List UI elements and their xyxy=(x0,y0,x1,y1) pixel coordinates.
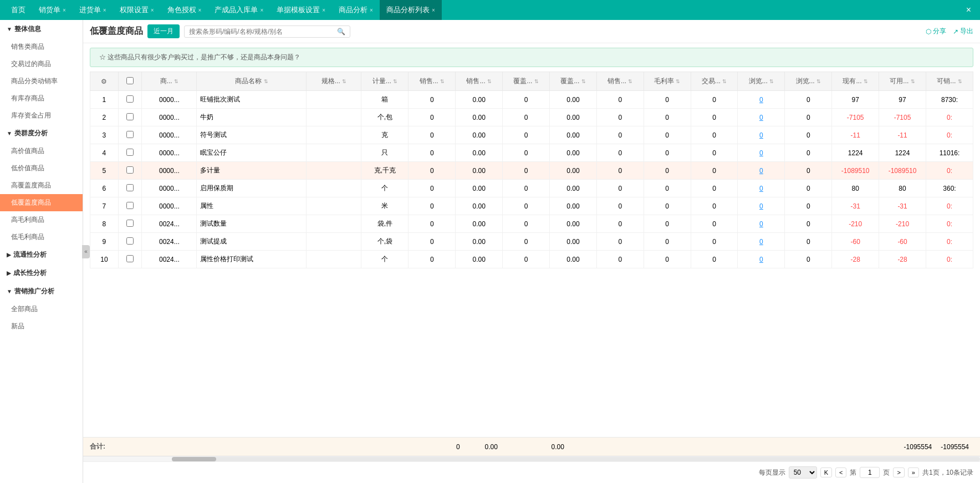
th-check[interactable] xyxy=(118,72,141,91)
nav-role[interactable]: 角色授权 × xyxy=(161,0,208,20)
table-cell xyxy=(307,109,361,126)
sidebar-section-growth[interactable]: ▶ 成长性分析 xyxy=(0,264,83,282)
select-all-checkbox[interactable] xyxy=(126,77,134,84)
table-container[interactable]: ⚙ 商... ⇅ 商品名称 ⇅ 规格... ⇅ 计量... ⇅ 销售... ⇅ … xyxy=(83,72,980,437)
row-checkbox[interactable] xyxy=(126,95,134,103)
sidebar-item-category-rate[interactable]: 商品分类动销率 xyxy=(0,73,83,90)
row-checkbox[interactable] xyxy=(126,166,134,174)
browse-link[interactable]: 0 xyxy=(759,167,763,175)
browse-link[interactable]: 0 xyxy=(759,185,763,192)
th-name[interactable]: 商品名称 ⇅ xyxy=(197,72,307,91)
nav-close-goods-analysis-list[interactable]: × xyxy=(432,7,435,13)
nav-close-product-entry[interactable]: × xyxy=(260,7,263,13)
row-checkbox[interactable] xyxy=(126,184,134,191)
th-browse1[interactable]: 浏览... ⇅ xyxy=(738,72,785,91)
sidebar-item-low-value[interactable]: 低价值商品 xyxy=(0,160,83,177)
th-available[interactable]: 可用... ⇅ xyxy=(879,72,926,91)
sidebar-item-all-goods[interactable]: 全部商品 xyxy=(0,301,83,318)
row-checkbox[interactable] xyxy=(126,149,134,156)
th-sales3[interactable]: 销售... ⇅ xyxy=(596,72,644,91)
sidebar-section-overall[interactable]: ▼ 整体信息 xyxy=(0,20,83,38)
share-btn[interactable]: ⬡ 分享 xyxy=(926,27,946,36)
table-cell: 0 xyxy=(596,180,644,197)
sidebar-item-new-goods[interactable]: 新品 xyxy=(0,318,83,335)
nav-goods-analysis[interactable]: 商品分析 × xyxy=(332,0,380,20)
row-checkbox[interactable] xyxy=(126,131,134,138)
nav-close-template[interactable]: × xyxy=(322,7,325,13)
search-input[interactable] xyxy=(189,28,335,35)
browse-link[interactable]: 0 xyxy=(759,131,763,139)
nav-close-permission[interactable]: × xyxy=(151,7,154,13)
browse-link[interactable]: 0 xyxy=(759,238,763,246)
th-margin[interactable]: 毛利率 ⇅ xyxy=(644,72,691,91)
th-code[interactable]: 商... ⇅ xyxy=(142,72,197,91)
browse-link[interactable]: 0 xyxy=(759,149,763,157)
page-size-select[interactable]: 50 100 200 xyxy=(789,466,817,479)
nav-close-purchase[interactable]: × xyxy=(103,7,106,13)
th-trade[interactable]: 交易... ⇅ xyxy=(691,72,738,91)
sidebar-item-high-coverage[interactable]: 高覆盖度商品 xyxy=(0,177,83,194)
table-cell xyxy=(307,215,361,233)
page-label: 第 xyxy=(850,468,856,477)
nav-close-goods-analysis[interactable]: × xyxy=(370,7,373,13)
table-cell xyxy=(118,109,141,126)
nav-home[interactable]: 首页 xyxy=(4,0,32,20)
table-cell: 0 xyxy=(738,162,785,180)
sidebar-item-in-stock[interactable]: 有库存商品 xyxy=(0,90,83,107)
export-btn[interactable]: ↗ 导出 xyxy=(953,27,973,36)
sidebar-section-coverage[interactable]: ▼ 类群度分析 xyxy=(0,124,83,143)
nav-close-role[interactable]: × xyxy=(198,7,202,13)
sidebar-section-liquidity[interactable]: ▶ 流通性分析 xyxy=(0,246,83,264)
sidebar-item-sales-goods[interactable]: 销售类商品 xyxy=(0,38,83,55)
th-cover1[interactable]: 覆盖... ⇅ xyxy=(503,72,550,91)
browse-link[interactable]: 0 xyxy=(759,256,763,263)
table-cell: 0 xyxy=(596,109,644,126)
nav-product-entry[interactable]: 产成品入库单 × xyxy=(208,0,270,20)
row-checkbox[interactable] xyxy=(126,220,134,227)
share-icon: ⬡ xyxy=(926,28,931,35)
sidebar-item-stock-capital[interactable]: 库存资金占用 xyxy=(0,107,83,124)
browse-link[interactable]: 0 xyxy=(759,96,763,104)
sidebar-section-marketing[interactable]: ▼ 营销推广分析 xyxy=(0,282,83,301)
table-cell: 0.00 xyxy=(456,251,503,268)
browse-link[interactable]: 0 xyxy=(759,202,763,210)
table-cell: 个,包 xyxy=(361,109,409,126)
browse-link[interactable]: 0 xyxy=(759,114,763,121)
th-cover2[interactable]: 覆盖... ⇅ xyxy=(549,72,596,91)
next-page-btn[interactable]: > xyxy=(893,467,904,477)
sidebar-collapse-btn[interactable]: « xyxy=(82,245,90,258)
th-current[interactable]: 现有... ⇅ xyxy=(832,72,879,91)
nav-purchase[interactable]: 进货单 × xyxy=(73,0,113,20)
sidebar-item-low-margin[interactable]: 低毛利商品 xyxy=(0,228,83,246)
sidebar-item-high-margin[interactable]: 高毛利商品 xyxy=(0,211,83,228)
th-browse2[interactable]: 浏览... ⇅ xyxy=(785,72,832,91)
prev-page-btn[interactable]: < xyxy=(835,467,846,477)
first-page-btn[interactable]: K xyxy=(820,467,832,477)
th-unit[interactable]: 计量... ⇅ xyxy=(361,72,409,91)
sidebar-item-low-coverage[interactable]: 低覆盖度商品 xyxy=(0,194,83,211)
sidebar-item-traded-goods[interactable]: 交易过的商品 xyxy=(0,55,83,73)
table-cell: 0000... xyxy=(142,91,197,109)
th-settings[interactable]: ⚙ xyxy=(90,72,119,91)
th-saleable[interactable]: 可销... ⇅ xyxy=(926,72,973,91)
nav-template[interactable]: 单据模板设置 × xyxy=(270,0,332,20)
nav-sales[interactable]: 销货单 × xyxy=(32,0,73,20)
nav-goods-analysis-list[interactable]: 商品分析列表 × xyxy=(380,0,442,20)
row-checkbox[interactable] xyxy=(126,237,134,245)
browse-link[interactable]: 0 xyxy=(759,220,763,228)
last-page-btn[interactable]: » xyxy=(908,467,919,477)
page-number-input[interactable] xyxy=(860,467,880,478)
th-sales-amt[interactable]: 销售... ⇅ xyxy=(456,72,503,91)
row-checkbox[interactable] xyxy=(126,255,134,262)
table-cell: 0 xyxy=(785,126,832,144)
close-all-tabs[interactable]: × xyxy=(962,5,976,15)
nav-permission[interactable]: 权限设置 × xyxy=(113,0,161,20)
row-checkbox[interactable] xyxy=(126,202,134,209)
nav-close-sales[interactable]: × xyxy=(63,7,66,13)
time-tab-month[interactable]: 近一月 xyxy=(147,24,180,38)
sidebar-item-high-value[interactable]: 高价值商品 xyxy=(0,143,83,160)
row-checkbox[interactable] xyxy=(126,113,134,120)
table-cell: 0 xyxy=(785,162,832,180)
th-spec[interactable]: 规格... ⇅ xyxy=(307,72,361,91)
th-sales-qty[interactable]: 销售... ⇅ xyxy=(409,72,456,91)
